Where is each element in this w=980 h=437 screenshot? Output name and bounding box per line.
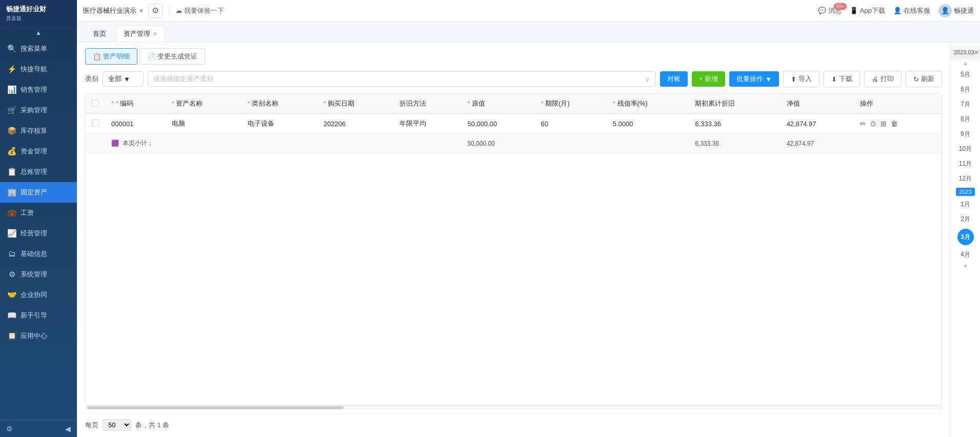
quick-nav-icon: ⚡ [7, 65, 16, 74]
rs-close-button[interactable]: × [974, 48, 978, 56]
sidebar-item-label: 经营管理 [21, 229, 47, 238]
user-menu[interactable]: 👤 畅捷通 [938, 4, 974, 17]
rs-month-8[interactable]: 8月 [951, 112, 980, 127]
rs-month-10[interactable]: 10月 [951, 142, 980, 156]
sidebar-scroll-up[interactable]: ▲ [0, 27, 77, 38]
rs-month-7[interactable]: 7月 [951, 97, 980, 112]
toolbar: 类别 全部 ▼ 请选择固定资产类别 ∨ 对账 + 新增 [85, 71, 942, 87]
finance-icon: 💰 [7, 147, 16, 156]
delete-icon[interactable]: 🗑 [891, 120, 898, 128]
subtotal-original-value: 50,000.00 [461, 134, 534, 153]
scrollbar-thumb[interactable] [87, 406, 344, 409]
sidebar-item-search[interactable]: 🔍 搜索菜单 [0, 38, 77, 59]
rs-month-12[interactable]: 12月 [951, 171, 980, 186]
rs-year-badge-container: 2023 [951, 186, 980, 197]
rs-month-5[interactable]: 5月 [951, 67, 980, 82]
rs-current-month[interactable]: 3月 [957, 229, 974, 245]
company-selector[interactable]: 医疗器械行业演示 ▼ [83, 6, 144, 15]
rs-month-6[interactable]: 6月 [951, 82, 980, 97]
guide-icon: 📖 [7, 311, 16, 320]
subtotal-action-empty [854, 134, 942, 153]
sidebar-item-label: 工资 [21, 208, 34, 217]
print-label: 打印 [881, 74, 894, 84]
row-checkbox[interactable] [92, 120, 99, 127]
horizontal-scrollbar[interactable] [85, 405, 942, 409]
per-page-label: 每页 [85, 421, 98, 430]
sidebar-item-quick-nav[interactable]: ⚡ 快捷导航 [0, 59, 77, 80]
settings-icon[interactable]: ⚙ [6, 425, 13, 433]
col-residual-rate: * 残值率(%) [607, 94, 689, 114]
topbar-divider [169, 6, 169, 16]
copy-icon[interactable]: ⊙ [870, 120, 876, 128]
subtotal-accumulated: 6,333.36 [689, 134, 780, 153]
refresh-button[interactable]: ↻ 刷新 [906, 71, 942, 87]
subtabs: 📋 资产明细 📄 变更生成凭证 [85, 48, 942, 65]
main-area: 医疗器械行业演示 ▼ ⚙ ☁ 我要体验一下 💬 消息 99+ 📱 App下载 👤… [77, 0, 980, 437]
sidebar-menu: 🔍 搜索菜单 ⚡ 快捷导航 📊 销售管理 🛒 采购管理 📦 库存核算 💰 资金管… [0, 38, 77, 420]
cooperation-icon: 🤝 [7, 290, 16, 300]
collapse-sidebar-icon[interactable]: ◀ [65, 425, 71, 433]
filter-category-select[interactable]: 全部 ▼ [103, 71, 144, 87]
print-button[interactable]: 🖨 打印 [864, 71, 902, 87]
filter-asset-category-select[interactable]: 请选择固定资产类别 ∨ [148, 71, 656, 87]
sidebar-item-label: 新手引导 [21, 311, 47, 320]
message-button[interactable]: 💬 消息 99+ [818, 6, 842, 15]
batch-ops-button[interactable]: 批量操作 ▼ [729, 71, 779, 87]
rs-month-11[interactable]: 11月 [951, 156, 980, 171]
sidebar-item-app-center[interactable]: 🔲 应用中心 [0, 326, 77, 346]
rs-scroll-down[interactable]: ▼ [962, 262, 969, 270]
sidebar-item-label: 基础信息 [21, 249, 47, 259]
toolbar-left: 类别 全部 ▼ 请选择固定资产类别 ∨ [85, 71, 656, 87]
sidebar-item-finance[interactable]: 💰 资金管理 [0, 141, 77, 162]
online-support-button[interactable]: 👤 在线客服 [893, 6, 930, 15]
select-all-checkbox[interactable] [92, 100, 99, 107]
experience-button[interactable]: ☁ 我要体验一下 [175, 6, 224, 15]
tab-asset-management[interactable]: 资产管理 × [116, 25, 165, 42]
tab-close-icon[interactable]: × [153, 30, 157, 37]
subtab-asset-detail[interactable]: 📋 资产明细 [85, 48, 137, 65]
sidebar-item-purchase[interactable]: 🛒 采购管理 [0, 100, 77, 121]
user-label: 畅捷通 [954, 6, 974, 15]
inventory-icon: 📦 [7, 126, 16, 135]
rs-month-1[interactable]: 1月 [951, 197, 980, 212]
sidebar-item-cooperation[interactable]: 🤝 企业协同 [0, 285, 77, 305]
table-row: 000001 电脑 电子设备 202206 年限平均 50,000.00 60 … [86, 114, 942, 134]
sidebar-item-label: 固定资产 [21, 188, 47, 197]
add-new-button[interactable]: + 新增 [692, 71, 725, 87]
duplicate-icon[interactable]: ⊞ [881, 120, 887, 128]
sidebar-item-inventory[interactable]: 📦 库存核算 [0, 121, 77, 141]
sidebar-item-guide[interactable]: 📖 新手引导 [0, 305, 77, 326]
tab-home[interactable]: 首页 [85, 25, 114, 42]
sidebar: 畅捷通好业财 普及版 ▲ 🔍 搜索菜单 ⚡ 快捷导航 📊 销售管理 🛒 采购管理… [0, 0, 77, 437]
experience-label: 我要体验一下 [184, 6, 224, 15]
rs-month-2[interactable]: 2月 [951, 212, 980, 227]
topbar-right: 💬 消息 99+ 📱 App下载 👤 在线客服 👤 畅捷通 [818, 4, 974, 17]
edit-icon[interactable]: ✏ [860, 120, 866, 128]
col-purchase-date: * 购买日期 [317, 94, 393, 114]
payroll-icon: 💼 [7, 208, 16, 217]
sidebar-item-fixed-assets[interactable]: 🏢 固定资产 [0, 182, 77, 203]
reconcile-button[interactable]: 对账 [660, 71, 688, 87]
import-button[interactable]: ⬆ 导入 [783, 71, 819, 87]
app-download-button[interactable]: 📱 App下载 [850, 6, 885, 15]
system-icon: ⚙ [7, 270, 16, 279]
subtotal-label: 本页小计： [123, 140, 153, 147]
cell-purchase-date: 202206 [317, 114, 393, 134]
subtab-change-voucher[interactable]: 📄 变更生成凭证 [139, 48, 205, 65]
download-icon: ⬇ [831, 75, 837, 83]
change-voucher-label: 变更生成凭证 [157, 52, 197, 61]
company-settings-button[interactable]: ⚙ [148, 4, 163, 18]
sidebar-item-system[interactable]: ⚙ 系统管理 [0, 264, 77, 285]
sidebar-item-operations[interactable]: 📈 经营管理 [0, 223, 77, 244]
sidebar-item-label: 采购管理 [21, 106, 47, 115]
sidebar-item-basic-info[interactable]: 🗂 基础信息 [0, 244, 77, 264]
rs-scroll-up[interactable]: ▲ [962, 59, 969, 67]
download-button[interactable]: ⬇ 下载 [824, 71, 860, 87]
rs-month-9[interactable]: 9月 [951, 127, 980, 142]
rs-month-4[interactable]: 4月 [951, 247, 980, 262]
sidebar-item-sales[interactable]: 📊 销售管理 [0, 80, 77, 100]
sales-icon: 📊 [7, 85, 16, 94]
sidebar-item-ledger[interactable]: 📋 总账管理 [0, 162, 77, 182]
per-page-select[interactable]: 50 100 200 [103, 419, 131, 431]
sidebar-item-payroll[interactable]: 💼 工资 [0, 203, 77, 223]
